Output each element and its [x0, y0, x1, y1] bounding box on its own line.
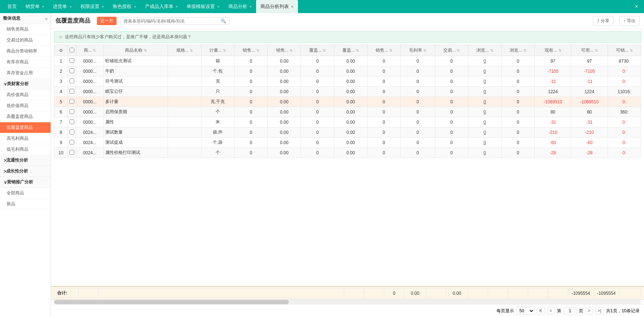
close-icon-8[interactable]: ×: [291, 4, 293, 9]
coverage1-column-header[interactable]: 覆盖... ⇅: [301, 45, 334, 56]
sidebar-item-category-rate[interactable]: 商品分类动销率: [0, 46, 51, 57]
row-browse1[interactable]: 0: [468, 107, 501, 117]
name-column-header[interactable]: 商品名称 ⇅: [104, 45, 168, 56]
sidebar-item-high-margin[interactable]: 高毛利商品: [0, 133, 51, 144]
row-select-checkbox[interactable]: [70, 79, 74, 83]
sales-qty-column-header[interactable]: 销售... ⇅: [234, 45, 267, 56]
last-page-button[interactable]: >|: [595, 307, 604, 314]
营销推广分析-section-header[interactable]: ∨ 营销推广分析: [0, 177, 51, 188]
close-icon-6[interactable]: ×: [217, 4, 219, 9]
nav-item-template[interactable]: 单据模板设置 ×: [182, 0, 224, 13]
row-checkbox[interactable]: [68, 138, 76, 148]
nav-item-role[interactable]: 角色授权 ×: [108, 0, 140, 13]
checkbox-column-header[interactable]: [68, 45, 76, 56]
close-icon-2[interactable]: ×: [69, 4, 71, 9]
table-row: 9 0024... 测试提成 个,袋 0 0.00 0 0.00 0 0 0 0…: [54, 138, 641, 148]
row-checkbox[interactable]: [68, 127, 76, 138]
search-input[interactable]: [123, 19, 221, 24]
current-stock-column-header[interactable]: 现有... ⇅: [535, 45, 571, 56]
row-browse1[interactable]: 0: [468, 66, 501, 76]
sidebar-item-high-coverage[interactable]: 高覆盖度商品: [0, 111, 51, 122]
row-gross-rate: 0: [401, 107, 435, 117]
unit-column-header[interactable]: 计量... ⇅: [201, 45, 234, 56]
row-checkbox[interactable]: [68, 56, 76, 66]
row-browse1[interactable]: 0: [468, 76, 501, 87]
nav-item-production[interactable]: 产成品入库单 ×: [141, 0, 182, 13]
coverage2-column-header[interactable]: 覆盖... ⇅: [334, 45, 367, 56]
sidebar-item-all-goods[interactable]: 全部商品: [0, 188, 51, 199]
nav-item-sales[interactable]: 销货单 ×: [21, 0, 48, 13]
close-icon-5[interactable]: ×: [176, 4, 178, 9]
row-checkbox[interactable]: [68, 107, 76, 117]
browse1-column-header[interactable]: 浏览... ⇅: [468, 45, 501, 56]
sidebar-item-sales-goods[interactable]: 销售类商品: [0, 24, 51, 35]
row-checkbox[interactable]: [68, 87, 76, 97]
sidebar-item-low-coverage[interactable]: 低覆盖度商品: [0, 122, 51, 133]
transaction-column-header[interactable]: 交易... ⇅: [435, 45, 468, 56]
row-select-checkbox[interactable]: [70, 68, 74, 73]
close-icon-7[interactable]: ×: [250, 4, 252, 9]
row-select-checkbox[interactable]: [70, 109, 74, 114]
row-checkbox[interactable]: [68, 66, 76, 76]
sidebar-item-low-margin[interactable]: 低毛利商品: [0, 144, 51, 155]
first-page-button[interactable]: K: [537, 307, 545, 314]
sidebar-collapse-button[interactable]: «: [45, 16, 48, 21]
page-number-input[interactable]: [564, 307, 577, 314]
per-page-label: 每页显示: [496, 308, 514, 314]
sidebar-item-stocked-goods[interactable]: 有库存商品: [0, 57, 51, 68]
row-checkbox[interactable]: [68, 148, 76, 158]
nav-item-permission[interactable]: 权限设置 ×: [76, 0, 108, 13]
window-close-button[interactable]: ×: [632, 3, 641, 10]
prev-page-button[interactable]: <: [547, 307, 555, 314]
类财富分析-section-header[interactable]: ∨ 类财富分析: [0, 79, 51, 90]
code-column-header[interactable]: 商... ⇅: [76, 45, 104, 56]
row-browse1[interactable]: 0: [468, 56, 501, 66]
sidebar-item-high-value[interactable]: 高价值商品: [0, 90, 51, 100]
period-button-month[interactable]: 近一月: [97, 17, 117, 25]
next-page-button[interactable]: >: [585, 307, 593, 314]
close-icon[interactable]: ×: [42, 4, 44, 9]
row-browse1[interactable]: 0: [468, 87, 501, 97]
成长性分析-section-header[interactable]: > 成长性分析: [0, 166, 51, 177]
流通性分析-section-header[interactable]: > 流通性分析: [0, 155, 51, 166]
horizontal-scrollbar[interactable]: [54, 300, 641, 304]
settings-column-header[interactable]: ⚙: [54, 45, 68, 56]
table-container[interactable]: ⚙ 商... ⇅ 商品名称 ⇅ 规格... ⇅ 计量... ⇅ 销售... ⇅ …: [51, 45, 644, 286]
sidebar-item-traded-goods[interactable]: 交易过的商品: [0, 35, 51, 46]
per-page-select[interactable]: 50 100 200: [516, 307, 535, 315]
row-browse1[interactable]: 0: [468, 127, 501, 138]
sidebar-item-low-value[interactable]: 低价值商品: [0, 100, 51, 111]
row-select-checkbox[interactable]: [70, 140, 74, 144]
nav-item-purchase[interactable]: 进货单 ×: [48, 0, 76, 13]
nav-item-home[interactable]: 首页: [3, 0, 21, 13]
row-select-checkbox[interactable]: [70, 130, 74, 134]
export-button[interactable]: ↑ 导出: [619, 16, 640, 26]
row-select-checkbox[interactable]: [70, 99, 74, 104]
row-select-checkbox[interactable]: [70, 89, 74, 94]
row-select-checkbox[interactable]: [70, 119, 74, 124]
spec-column-header[interactable]: 规格... ⇅: [168, 45, 201, 56]
row-browse1[interactable]: 0: [468, 138, 501, 148]
nav-item-analysis[interactable]: 商品分析 ×: [224, 0, 256, 13]
browse2-column-header[interactable]: 浏览... ⇅: [502, 45, 535, 56]
nav-item-analysis-list[interactable]: 商品分析列表 ×: [256, 0, 298, 13]
row-checkbox[interactable]: [68, 76, 76, 87]
row-checkbox[interactable]: [68, 117, 76, 127]
select-all-checkbox[interactable]: [70, 48, 74, 52]
sidebar-item-new-goods[interactable]: 新品: [0, 199, 51, 210]
row-browse1[interactable]: 0: [468, 97, 501, 107]
close-icon-4[interactable]: ×: [134, 4, 136, 9]
sales-amt-column-header[interactable]: 销售... ⇅: [268, 45, 301, 56]
share-button[interactable]: ⤴ 分享: [593, 16, 613, 26]
row-browse1[interactable]: 0: [468, 148, 501, 158]
sidebar-item-stock-fund[interactable]: 库存资金占用: [0, 68, 51, 79]
available-column-header[interactable]: 可用... ⇅: [571, 45, 608, 56]
row-select-checkbox[interactable]: [70, 150, 74, 155]
row-select-checkbox[interactable]: [70, 58, 74, 63]
row-browse1[interactable]: 0: [468, 117, 501, 127]
sellable-column-header[interactable]: 可销... ⇅: [608, 45, 641, 56]
sales3-column-header[interactable]: 销售... ⇅: [367, 45, 400, 56]
close-icon-3[interactable]: ×: [102, 4, 104, 9]
row-checkbox[interactable]: [68, 97, 76, 107]
gross-rate-column-header[interactable]: 毛利率 ⇅: [401, 45, 435, 56]
